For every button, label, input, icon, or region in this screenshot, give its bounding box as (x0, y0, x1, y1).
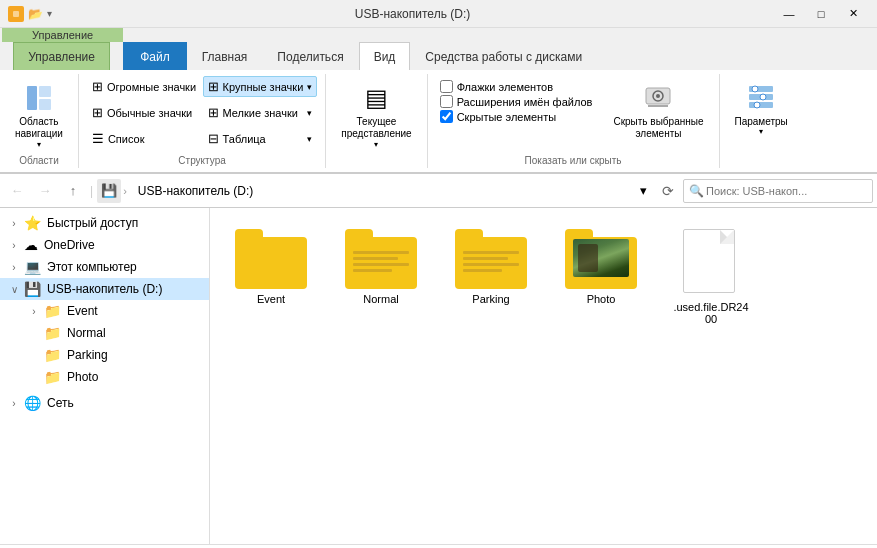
this-pc-label: Этот компьютер (47, 260, 137, 274)
svg-rect-11 (749, 102, 773, 108)
tab-indicator-upravlenie: Управление (2, 28, 123, 42)
sidebar-item-usb[interactable]: ∨ 💾 USB-накопитель (D:) (0, 278, 209, 300)
onedrive-icon: ☁ (24, 237, 38, 253)
up-button[interactable]: ↑ (60, 178, 86, 204)
extensions-checkbox-item: Расширения имён файлов (440, 95, 593, 108)
tab-disk-tools[interactable]: Средства работы с дисками (410, 42, 597, 70)
file-item-parking[interactable]: Parking (446, 224, 536, 330)
large-icons-btn[interactable]: ⊞Крупные значки ▾ (203, 76, 318, 97)
huge-icons-btn[interactable]: ⊞Огромные значки (87, 76, 202, 97)
folder-icon-parking: 📁 (44, 347, 61, 363)
expand-icon: › (8, 398, 20, 409)
folder-icon-event (235, 229, 307, 289)
file-item-event[interactable]: Event (226, 224, 316, 330)
table-btn[interactable]: ⊟Таблица ▾ (203, 128, 318, 149)
hidden-checkbox[interactable] (440, 110, 453, 123)
sidebar-item-normal[interactable]: 📁 Normal (0, 322, 209, 344)
tab-file[interactable]: Файл (123, 42, 187, 70)
hide-selected-button[interactable]: Скрыть выбранныеэлементы (606, 76, 710, 144)
expand-icon: › (8, 240, 20, 251)
usb-drive-label: USB-накопитель (D:) (47, 282, 162, 296)
tab-view[interactable]: Вид (359, 42, 411, 70)
svg-point-13 (760, 94, 766, 100)
folder-photo-container (565, 229, 637, 289)
sidebar-item-photo[interactable]: 📁 Photo (0, 366, 209, 388)
ribbon-group-show-hide: Флажки элементов Расширения имён файлов … (428, 74, 720, 168)
folder-icon-normal: 📁 (44, 325, 61, 341)
file-item-normal[interactable]: Normal (336, 224, 426, 330)
back-button[interactable]: ← (4, 178, 30, 204)
small-icons-btn[interactable]: ⊞Мелкие значки ▾ (203, 102, 318, 123)
title-bar-left: 📂 ▾ (8, 6, 52, 22)
nav-path[interactable]: USB-накопитель (D:) (129, 178, 631, 204)
usb-drive-icon: 💾 (24, 281, 41, 297)
app-icon (8, 6, 24, 22)
network-label: Сеть (47, 396, 74, 410)
sidebar-item-parking[interactable]: 📁 Parking (0, 344, 209, 366)
expand-icon: › (28, 306, 40, 317)
quick-access-label: Быстрый доступ (47, 216, 138, 230)
expand-icon: › (8, 218, 20, 229)
file-area: Event Normal (210, 208, 877, 544)
breadcrumb-separator: › (123, 185, 127, 197)
sidebar-item-quick-access[interactable]: › ⭐ Быстрый доступ (0, 212, 209, 234)
hidden-label: Скрытые элементы (457, 111, 557, 123)
sidebar-item-onedrive[interactable]: › ☁ OneDrive (0, 234, 209, 256)
file-name-used: .used.file.DR2400 (671, 301, 751, 325)
params-button[interactable]: Параметры ▾ (728, 76, 795, 140)
breadcrumb-icon: 💾 (97, 179, 121, 203)
sidebar: › ⭐ Быстрый доступ › ☁ OneDrive › 💻 Этот… (0, 208, 210, 544)
refresh-button[interactable]: ⟳ (655, 178, 681, 204)
sidebar-item-this-pc[interactable]: › 💻 Этот компьютер (0, 256, 209, 278)
file-name-event: Event (257, 293, 285, 305)
show-hide-label: Показать или скрыть (525, 155, 622, 166)
nav-path-text: USB-накопитель (D:) (138, 184, 253, 198)
svg-rect-4 (39, 99, 51, 110)
flags-checkbox-item: Флажки элементов (440, 80, 593, 93)
tab-home[interactable]: Главная (187, 42, 263, 70)
photo-label: Photo (67, 370, 98, 384)
ribbon-group-structure: ⊞Огромные значки ⊞Крупные значки ▾ ⊞Обыч… (79, 74, 326, 168)
extensions-label: Расширения имён файлов (457, 96, 593, 108)
sidebar-item-network[interactable]: › 🌐 Сеть (0, 392, 209, 414)
normal-icons-btn[interactable]: ⊞Обычные значки (87, 102, 202, 123)
parking-label: Parking (67, 348, 108, 362)
ribbon: Управление Управление Файл Главная Подел… (0, 28, 877, 174)
nav-pane-button[interactable]: Областьнавигации ▾ (8, 76, 70, 153)
folder-icon-parking (455, 229, 527, 289)
tab-upravlenie[interactable]: Управление (13, 42, 110, 70)
ribbon-group-params: Параметры ▾ (720, 74, 803, 168)
close-button[interactable]: ✕ (837, 0, 869, 28)
network-icon: 🌐 (24, 395, 41, 411)
onedrive-label: OneDrive (44, 238, 95, 252)
window-title: USB-накопитель (D:) (52, 7, 773, 21)
svg-rect-1 (13, 11, 19, 17)
folder-icon-photo: 📁 (44, 369, 61, 385)
svg-rect-2 (27, 86, 37, 110)
file-item-photo[interactable]: Photo (556, 224, 646, 330)
search-input[interactable] (683, 179, 873, 203)
current-view-button[interactable]: ▤ Текущеепредставление ▾ (334, 76, 418, 153)
svg-point-12 (752, 86, 758, 92)
event-label: Event (67, 304, 98, 318)
sidebar-item-event[interactable]: › 📁 Event (0, 300, 209, 322)
nav-bar: ← → ↑ | 💾 › USB-накопитель (D:) ▾ ⟳ 🔍 (0, 174, 877, 208)
maximize-button[interactable]: □ (805, 0, 837, 28)
list-btn[interactable]: ☰Список (87, 128, 202, 149)
quick-access-icon: 📂 (28, 7, 43, 21)
nav-dropdown-button[interactable]: ▾ (633, 178, 653, 204)
minimize-button[interactable]: — (773, 0, 805, 28)
file-icon-used (683, 229, 739, 297)
flags-checkbox[interactable] (440, 80, 453, 93)
file-item-used[interactable]: .used.file.DR2400 (666, 224, 756, 330)
forward-button[interactable]: → (32, 178, 58, 204)
title-bar: 📂 ▾ USB-накопитель (D:) — □ ✕ (0, 0, 877, 28)
status-bar: Элементов: 5 ≡ ⊞ (0, 544, 877, 548)
checkbox-group: Флажки элементов Расширения имён файлов … (436, 76, 597, 127)
main-content: › ⭐ Быстрый доступ › ☁ OneDrive › 💻 Этот… (0, 208, 877, 544)
tab-share[interactable]: Поделиться (262, 42, 358, 70)
ribbon-tabs: Файл Главная Поделиться Вид Средства раб… (123, 38, 597, 70)
extensions-checkbox[interactable] (440, 95, 453, 108)
svg-rect-3 (39, 86, 51, 97)
search-icon: 🔍 (689, 184, 704, 198)
